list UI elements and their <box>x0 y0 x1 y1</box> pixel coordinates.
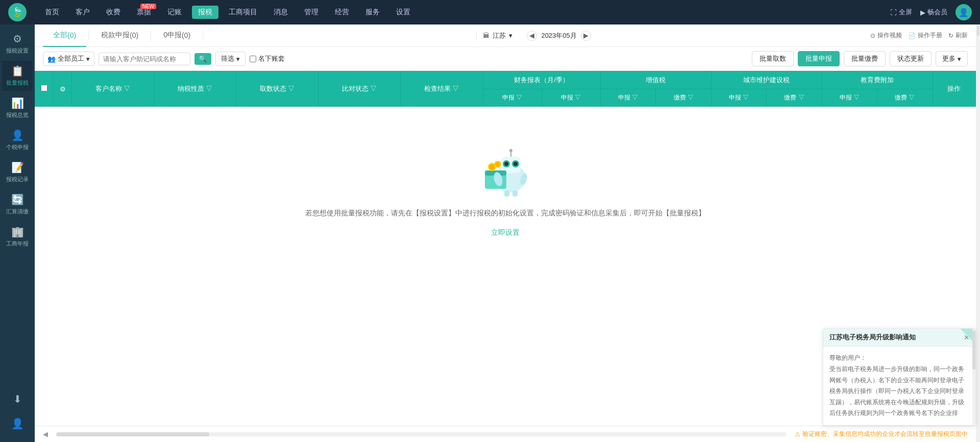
th-city-declare: 申报 ▽ <box>711 89 766 107</box>
video-icon: ⊙ <box>870 32 875 39</box>
tab-divider-3 <box>203 31 203 41</box>
prev-month-button[interactable]: ◀ <box>527 31 537 41</box>
th-city-pay: 缴费 ▽ <box>767 89 822 107</box>
download-icon: ⬇ <box>13 393 22 405</box>
top-navigation: 🍃 首页 客户 收费 票据 NEW 记账 报税 工商项目 消息 管理 经营 服务… <box>0 0 980 24</box>
settlement-icon: 🔄 <box>11 193 24 206</box>
employee-selector[interactable]: 👥 全部员工 ▾ <box>43 52 94 66</box>
sidebar: ⚙ 报税设置 📋 批量报税 📊 报税总览 👤 个税申报 📝 报税记录 🔄 汇算清… <box>0 24 35 442</box>
th-fetch-status: 取数状态 ▽ <box>236 71 318 107</box>
th-edu-tax: 教育费附加 <box>822 71 933 89</box>
batch-report-button[interactable]: 批量申报 <box>798 51 840 66</box>
sidebar-user[interactable]: 👤 <box>2 413 33 434</box>
nav-management[interactable]: 管理 <box>298 6 325 19</box>
sidebar-item-tax-record[interactable]: 📝 报税记录 <box>2 157 33 187</box>
batch-fetch-button[interactable]: 批量取数 <box>752 51 794 66</box>
vertical-scrollbar[interactable] <box>976 24 980 442</box>
nav-fee[interactable]: 收费 <box>100 6 127 19</box>
th-vat-declare: 申报 ▽ <box>601 89 656 107</box>
operation-manual-button[interactable]: 📄 操作手册 <box>908 31 942 40</box>
tabs-right-buttons: ⊙ 操作视频 📄 操作手册 ↻ 刷新 <box>870 31 968 40</box>
tabs-bar: 全部(0) 税款申报(0) 0申报(0) 🏛 江苏 ▾ ◀ 2023年05月 ▶ <box>35 24 976 47</box>
fullscreen-icon: ⛶ <box>890 9 897 16</box>
setup-link[interactable]: 立即设置 <box>491 228 520 237</box>
employee-icon: 👥 <box>47 55 56 63</box>
annual-report-icon: 🏢 <box>11 226 24 238</box>
employee-dropdown-icon: ▾ <box>86 55 90 63</box>
bottom-status-bar: ◀ ⚠ 验证账密、采集信息均成功的企业才会流转至批量报税页面中 <box>35 426 976 442</box>
nav-service[interactable]: 服务 <box>359 6 386 19</box>
tax-settings-icon: ⚙ <box>13 33 22 45</box>
th-compare-status: 比对状态 ▽ <box>318 71 401 107</box>
th-financial-report: 财务报表（月/季） <box>483 71 601 89</box>
tab-zero-declare[interactable]: 0申报(0) <box>153 24 201 47</box>
nav-home[interactable]: 首页 <box>39 6 65 19</box>
svg-point-7 <box>509 149 512 152</box>
refresh-icon: ↻ <box>948 32 953 39</box>
sidebar-item-personal-tax[interactable]: 👤 个税申报 <box>2 125 33 155</box>
left-scroll-arrow[interactable]: ◀ <box>43 430 48 438</box>
nav-operation[interactable]: 经营 <box>329 6 355 19</box>
avatar[interactable]: 👤 <box>955 4 972 20</box>
manual-icon: 📄 <box>908 32 916 39</box>
toolbar: 👥 全部员工 ▾ 🔍 筛选 ▾ 名下账套 批量取数 批量申报 批量缴费 状态更新… <box>35 47 976 71</box>
th-tax-type: 纳税性质 ▽ <box>154 71 236 107</box>
select-all-checkbox[interactable] <box>41 85 47 91</box>
notification-body: 尊敬的用户： 受当前电子税务局进一步升级的影响，同一个政务网账号（办税人）名下的… <box>823 347 975 425</box>
notification-greeting: 尊敬的用户： <box>829 353 969 364</box>
search-input[interactable] <box>99 53 190 65</box>
nav-message[interactable]: 消息 <box>267 6 294 19</box>
more-dropdown-icon: ▾ <box>958 55 961 63</box>
tab-all[interactable]: 全部(0) <box>43 24 86 47</box>
th-check-result: 检查结果 ▽ <box>401 71 483 107</box>
filter-button[interactable]: 筛选 ▾ <box>215 52 246 66</box>
robot-illustration <box>475 137 536 199</box>
th-edu-pay: 缴费 ▽ <box>877 89 933 107</box>
batch-tax-icon: 📋 <box>11 65 24 77</box>
province-flag-icon: 🏛 <box>483 32 489 39</box>
nav-tax[interactable]: 报税 <box>192 6 218 19</box>
batch-pay-button[interactable]: 批量缴费 <box>844 51 886 66</box>
province-selector[interactable]: 🏛 江苏 ▾ <box>476 31 519 40</box>
nav-right-area: ⛶ 全屏 ▶ 畅会员 👤 <box>890 4 972 20</box>
sidebar-download[interactable]: ⬇ <box>2 389 33 409</box>
member-button[interactable]: ▶ 畅会员 <box>920 8 947 17</box>
horizontal-scrollbar[interactable] <box>56 432 787 436</box>
fullscreen-button[interactable]: ⛶ 全屏 <box>890 8 912 17</box>
notification-header: 江苏电子税务局升级影响通知 ✕ <box>823 329 975 347</box>
sidebar-bottom: ⬇ 👤 <box>2 389 33 442</box>
nav-invoice[interactable]: 票据 NEW <box>131 6 157 19</box>
app-logo: 🍃 <box>8 3 27 21</box>
tab-divider-1 <box>88 31 89 41</box>
refresh-button[interactable]: ↻ 刷新 <box>948 31 968 40</box>
sidebar-item-batch-tax[interactable]: 📋 批量报税 <box>2 61 33 91</box>
tab-divider-2 <box>151 31 151 41</box>
nav-settings[interactable]: 设置 <box>390 6 416 19</box>
notification-content: 受当前电子税务局进一步升级的影响，同一个政务网账号（办税人）名下的企业不能再同时… <box>829 364 969 419</box>
nav-commerce[interactable]: 工商项目 <box>223 6 263 19</box>
th-operation: 操作 <box>933 71 976 107</box>
sidebar-item-annual-report[interactable]: 🏢 工商年报 <box>2 222 33 252</box>
sub-account-checkbox-label[interactable]: 名下账套 <box>250 54 285 63</box>
vertical-scroll-thumb <box>977 26 979 36</box>
next-month-button[interactable]: ▶ <box>581 31 591 41</box>
status-update-button[interactable]: 状态更新 <box>890 51 932 66</box>
search-button[interactable]: 🔍 <box>194 53 211 65</box>
sidebar-item-tax-settings[interactable]: ⚙ 报税设置 <box>2 29 33 59</box>
sub-account-checkbox[interactable] <box>250 56 256 62</box>
nav-customer[interactable]: 客户 <box>69 6 96 19</box>
th-vat: 增值税 <box>601 71 712 89</box>
empty-message: 若您想使用批量报税功能，请先在【报税设置】中进行报税的初始化设置，完成密码验证和… <box>305 209 705 218</box>
sidebar-item-tax-overview[interactable]: 📊 报税总览 <box>2 93 33 123</box>
sidebar-item-settlement[interactable]: 🔄 汇算清缴 <box>2 189 33 219</box>
operation-video-button[interactable]: ⊙ 操作视频 <box>870 31 902 40</box>
more-button[interactable]: 更多 ▾ <box>936 51 968 66</box>
notification-scrollbar-thumb <box>972 331 975 369</box>
tab-tax-declare[interactable]: 税款申报(0) <box>91 24 149 47</box>
nav-menu: 首页 客户 收费 票据 NEW 记账 报税 工商项目 消息 管理 经营 服务 设… <box>39 6 878 19</box>
new-badge: NEW <box>140 4 156 9</box>
member-icon: ▶ <box>920 9 925 16</box>
nav-bookkeeping[interactable]: 记账 <box>161 6 188 19</box>
th-customer-name: 客户名称 ▽ <box>72 71 154 107</box>
svg-point-5 <box>513 162 518 166</box>
